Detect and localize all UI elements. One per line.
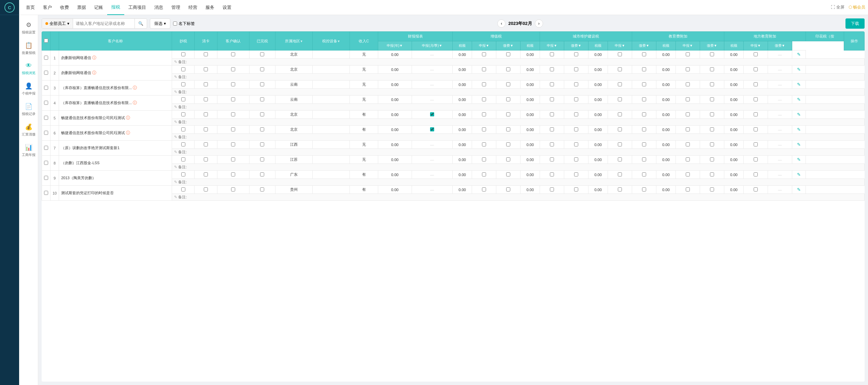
search-button[interactable]: 🔍 bbox=[134, 19, 147, 28]
row-checkbox[interactable] bbox=[44, 131, 48, 135]
vat-pay-checkbox[interactable] bbox=[506, 127, 510, 131]
nav-customer[interactable]: 客户 bbox=[39, 0, 56, 15]
chaoshui-checkbox[interactable] bbox=[181, 112, 185, 116]
row-checkbox[interactable] bbox=[44, 161, 48, 165]
row-checkbox[interactable] bbox=[44, 176, 48, 180]
city-pay-checkbox[interactable] bbox=[574, 172, 578, 176]
local-declare-checkbox[interactable] bbox=[686, 172, 690, 176]
paid-tax-checkbox[interactable] bbox=[260, 172, 264, 176]
local-pay-checkbox[interactable] bbox=[710, 127, 714, 131]
row-checkbox[interactable] bbox=[44, 56, 48, 60]
qingka-checkbox[interactable] bbox=[204, 52, 208, 56]
edit-icon[interactable]: ✎ bbox=[797, 67, 801, 72]
stamp-declare-checkbox[interactable] bbox=[754, 97, 758, 101]
vat-declare-checkbox[interactable] bbox=[482, 142, 486, 146]
nav-bookkeeping[interactable]: 记账 bbox=[90, 0, 107, 15]
local-declare-checkbox[interactable] bbox=[686, 97, 690, 101]
vip-btn[interactable]: ⬡ 畅会员 bbox=[849, 4, 865, 10]
note-pencil-icon[interactable]: ✎ bbox=[174, 105, 177, 109]
vat-declare-checkbox[interactable] bbox=[482, 172, 486, 176]
confirm-checkbox[interactable] bbox=[231, 172, 235, 176]
confirm-checkbox[interactable] bbox=[231, 157, 235, 161]
edu-pay-checkbox[interactable] bbox=[642, 97, 646, 101]
chaoshui-checkbox[interactable] bbox=[181, 157, 185, 161]
local-declare-checkbox[interactable] bbox=[686, 187, 690, 191]
vat-pay-checkbox[interactable] bbox=[506, 97, 510, 101]
edu-pay-checkbox[interactable] bbox=[642, 112, 646, 116]
vat-pay-checkbox[interactable] bbox=[506, 67, 510, 71]
city-pay-checkbox[interactable] bbox=[574, 82, 578, 86]
local-declare-checkbox[interactable] bbox=[686, 157, 690, 161]
paid-tax-checkbox[interactable] bbox=[260, 142, 264, 146]
city-pay-checkbox[interactable] bbox=[574, 67, 578, 71]
qingka-checkbox[interactable] bbox=[204, 97, 208, 101]
sub-sidebar-personal-tax[interactable]: 👤 个税申报 bbox=[19, 79, 38, 99]
vat-pay-checkbox[interactable] bbox=[506, 52, 510, 56]
vat-declare-checkbox[interactable] bbox=[482, 52, 486, 56]
stamp-declare-checkbox[interactable] bbox=[754, 82, 758, 86]
note-pencil-icon[interactable]: ✎ bbox=[174, 135, 177, 139]
prev-month-button[interactable]: ‹ bbox=[497, 19, 506, 28]
edit-icon[interactable]: ✎ bbox=[797, 157, 801, 162]
name-tag-checkbox[interactable] bbox=[173, 22, 177, 26]
qingka-checkbox[interactable] bbox=[204, 142, 208, 146]
sub-sidebar-tax-settings[interactable]: ⚙ 报税设置 bbox=[19, 18, 38, 38]
local-pay-checkbox[interactable] bbox=[710, 52, 714, 56]
chaoshui-checkbox[interactable] bbox=[181, 97, 185, 101]
chaoshui-checkbox[interactable] bbox=[181, 67, 185, 71]
edu-declare-checkbox[interactable] bbox=[618, 172, 622, 176]
confirm-checkbox[interactable] bbox=[231, 67, 235, 71]
paid-tax-checkbox[interactable] bbox=[260, 157, 264, 161]
local-pay-checkbox[interactable] bbox=[710, 97, 714, 101]
city-pay-checkbox[interactable] bbox=[574, 52, 578, 56]
sub-sidebar-batch-tax[interactable]: 📋 批量报税 bbox=[19, 38, 38, 59]
report-month-checkbox[interactable] bbox=[430, 127, 434, 131]
city-pay-checkbox[interactable] bbox=[574, 187, 578, 191]
note-pencil-icon[interactable]: ✎ bbox=[174, 165, 177, 169]
local-pay-checkbox[interactable] bbox=[710, 172, 714, 176]
paid-tax-checkbox[interactable] bbox=[260, 127, 264, 131]
city-declare-checkbox[interactable] bbox=[550, 127, 554, 131]
edu-pay-checkbox[interactable] bbox=[642, 52, 646, 56]
download-button[interactable]: 下载 bbox=[845, 18, 865, 29]
sub-sidebar-settlement[interactable]: 💰 汇算清缴 bbox=[19, 120, 38, 140]
nav-fee[interactable]: 收费 bbox=[56, 0, 73, 15]
qingka-checkbox[interactable] bbox=[204, 112, 208, 116]
nav-business[interactable]: 工商项目 bbox=[124, 0, 150, 15]
next-month-button[interactable]: › bbox=[535, 19, 543, 28]
nav-message[interactable]: 消息 bbox=[150, 0, 167, 15]
chaoshui-checkbox[interactable] bbox=[181, 172, 185, 176]
sub-sidebar-tax-record[interactable]: 📄 报税记录 bbox=[19, 99, 38, 120]
row-checkbox[interactable] bbox=[44, 101, 48, 105]
city-declare-checkbox[interactable] bbox=[550, 52, 554, 56]
edu-declare-checkbox[interactable] bbox=[618, 67, 622, 71]
city-pay-checkbox[interactable] bbox=[574, 157, 578, 161]
note-pencil-icon[interactable]: ✎ bbox=[174, 195, 177, 199]
city-pay-checkbox[interactable] bbox=[574, 142, 578, 146]
qingka-checkbox[interactable] bbox=[204, 67, 208, 71]
nav-invoice[interactable]: 票据 bbox=[73, 0, 90, 15]
paid-tax-checkbox[interactable] bbox=[260, 67, 264, 71]
note-pencil-icon[interactable]: ✎ bbox=[174, 90, 177, 94]
city-declare-checkbox[interactable] bbox=[550, 187, 554, 191]
confirm-checkbox[interactable] bbox=[231, 82, 235, 86]
local-pay-checkbox[interactable] bbox=[710, 142, 714, 146]
local-declare-checkbox[interactable] bbox=[686, 142, 690, 146]
chaoshui-checkbox[interactable] bbox=[181, 187, 185, 191]
qingka-checkbox[interactable] bbox=[204, 172, 208, 176]
city-declare-checkbox[interactable] bbox=[550, 142, 554, 146]
stamp-declare-checkbox[interactable] bbox=[754, 127, 758, 131]
edu-declare-checkbox[interactable] bbox=[618, 52, 622, 56]
stamp-declare-checkbox[interactable] bbox=[754, 157, 758, 161]
edit-icon[interactable]: ✎ bbox=[797, 52, 801, 57]
edu-declare-checkbox[interactable] bbox=[618, 112, 622, 116]
paid-tax-checkbox[interactable] bbox=[260, 112, 264, 116]
qingka-checkbox[interactable] bbox=[204, 157, 208, 161]
city-declare-checkbox[interactable] bbox=[550, 112, 554, 116]
edu-pay-checkbox[interactable] bbox=[642, 187, 646, 191]
sub-sidebar-annual-report[interactable]: 📊 工商年报 bbox=[19, 140, 38, 161]
vat-pay-checkbox[interactable] bbox=[506, 157, 510, 161]
paid-tax-checkbox[interactable] bbox=[260, 187, 264, 191]
chaoshui-checkbox[interactable] bbox=[181, 82, 185, 86]
vat-pay-checkbox[interactable] bbox=[506, 142, 510, 146]
